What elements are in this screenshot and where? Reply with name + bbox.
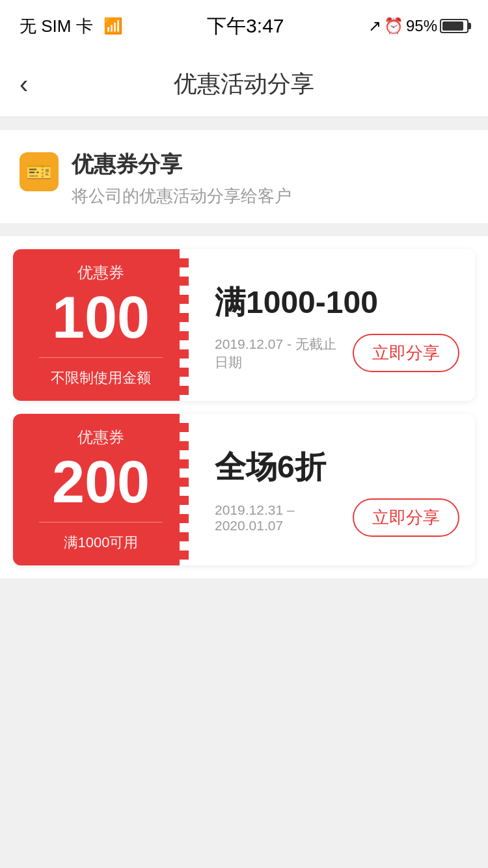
coupon-left-0: 优惠券 100 不限制使用金额: [13, 249, 189, 401]
status-time: 下午3:47: [207, 13, 284, 40]
section-text: 优惠券分享 将公司的优惠活动分享给客户: [72, 150, 291, 208]
location-icon: ↗: [368, 17, 381, 35]
coupon-icon: 🎫: [20, 152, 59, 191]
coupon-right-1: 全场6折 2019.12.31 – 2020.01.07 立即分享: [189, 414, 475, 565]
coupon-condition-1: 满1000可用: [64, 533, 139, 552]
coupon-list: 优惠券 100 不限制使用金额 满1000-100 2019.12.07 - 无…: [0, 236, 488, 578]
carrier-text: 无 SIM 卡: [20, 15, 93, 38]
battery-percent: 95%: [406, 17, 437, 35]
coupon-label-1: 优惠券: [77, 427, 124, 448]
section-title: 优惠券分享: [72, 150, 291, 180]
share-button-1[interactable]: 立即分享: [353, 498, 459, 537]
battery-bar-visual: [440, 19, 468, 33]
section-header: 🎫 优惠券分享 将公司的优惠活动分享给客户: [0, 130, 488, 223]
back-button[interactable]: ‹: [20, 70, 28, 99]
coupon-date-0: 2019.12.07 - 无截止日期: [215, 335, 346, 372]
battery-indicator: ↗ ⏰ 95%: [368, 17, 468, 35]
page-title: 优惠活动分享: [174, 68, 314, 100]
coupon-right-0: 满1000-100 2019.12.07 - 无截止日期 立即分享: [189, 249, 475, 401]
coupon-card: 优惠券 200 满1000可用 全场6折 2019.12.31 – 2020.0…: [13, 414, 475, 565]
coupon-divider-1: [39, 522, 163, 522]
nav-bar: ‹ 优惠活动分享: [0, 52, 488, 117]
coupon-name-0: 满1000-100: [215, 282, 459, 323]
status-bar: 无 SIM 卡 📶 下午3:47 ↗ ⏰ 95%: [0, 0, 488, 52]
coupon-left-1: 优惠券 200 满1000可用: [13, 414, 189, 565]
coupon-bottom-row-0: 2019.12.07 - 无截止日期 立即分享: [215, 334, 459, 372]
wifi-icon: 📶: [103, 17, 123, 35]
footer-area: [0, 578, 488, 868]
coupon-condition-0: 不限制使用金额: [51, 368, 151, 388]
share-button-0[interactable]: 立即分享: [353, 334, 459, 372]
coupon-amount-1: 200: [52, 453, 150, 511]
coupon-divider-0: [39, 357, 163, 358]
section-subtitle: 将公司的优惠活动分享给客户: [72, 185, 291, 208]
coupon-name-1: 全场6折: [215, 446, 459, 488]
status-left: 无 SIM 卡 📶: [20, 15, 123, 38]
coupon-bottom-row-1: 2019.12.31 – 2020.01.07 立即分享: [215, 498, 459, 537]
coupon-date-1: 2019.12.31 – 2020.01.07: [215, 502, 346, 534]
battery-fill: [442, 21, 463, 31]
alarm-icon: ⏰: [384, 17, 403, 35]
coupon-label-0: 优惠券: [77, 262, 124, 283]
coupon-card: 优惠券 100 不限制使用金额 满1000-100 2019.12.07 - 无…: [13, 249, 475, 401]
coupon-amount-0: 100: [52, 288, 150, 347]
